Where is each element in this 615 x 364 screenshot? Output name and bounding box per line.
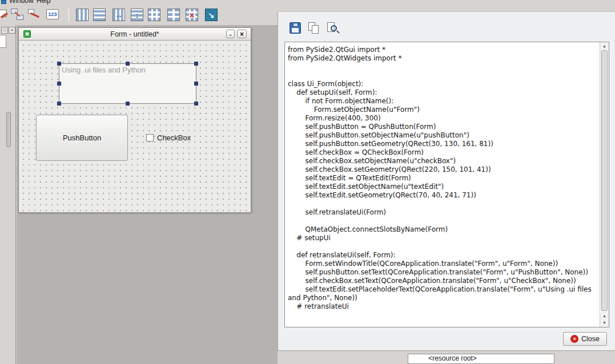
tab-order-label: 123: [46, 9, 59, 19]
adjust-size-icon[interactable]: ↘: [204, 7, 219, 22]
splitter-v-arrow: ↕: [131, 9, 143, 21]
pushbutton-widget[interactable]: PushButton: [36, 115, 128, 161]
magnifier-glyph: [331, 25, 337, 31]
scroll-up-icon[interactable]: ▲: [600, 43, 609, 50]
dock-close-icon[interactable]: ×: [9, 27, 15, 34]
selection-handle[interactable]: [194, 62, 198, 66]
grid-glyph: [148, 9, 160, 21]
scrollbar-thumb[interactable]: [601, 50, 608, 311]
qt-designer-screen: Window Help 123 ↔ ↕ × ↘ □ × Form - untit…: [0, 0, 615, 364]
minimize-button[interactable]: -: [226, 30, 235, 38]
resource-root-label: <resource root>: [428, 354, 477, 363]
dock-filter-field[interactable]: [0, 35, 6, 48]
break-layout-icon[interactable]: ×: [185, 7, 200, 22]
menu-bar: Window Help: [0, 0, 615, 5]
page-glyph: [312, 25, 319, 34]
main-toolbar: 123 ↔ ↕ × ↘: [0, 5, 278, 25]
textedit-placeholder: Using .ui files and Python: [62, 66, 146, 74]
close-button[interactable]: ×: [237, 30, 247, 38]
selection-handle[interactable]: [57, 62, 61, 66]
dock-float-icon[interactable]: □: [1, 27, 8, 34]
app-icon: [1, 0, 6, 4]
checkbox-indicator[interactable]: [146, 134, 154, 141]
checkbox-widget[interactable]: CheckBox: [144, 126, 202, 149]
dock-scrollbar-thumb[interactable]: [6, 112, 11, 147]
close-circle-icon: ×: [570, 335, 578, 343]
vbars-glyph: [93, 9, 106, 21]
hbars-glyph: [76, 9, 89, 21]
resource-root-row[interactable]: <resource root>: [408, 354, 554, 364]
save-icon[interactable]: [289, 22, 303, 35]
selection-handle[interactable]: [194, 82, 198, 86]
selection-handle[interactable]: [57, 102, 61, 106]
textedit-widget[interactable]: Using .ui files and Python: [59, 63, 196, 104]
selection-handle[interactable]: [194, 102, 198, 106]
layout-horizontal-splitter-icon[interactable]: ↔: [112, 7, 127, 22]
buddy-arrow-glyph: [30, 13, 39, 18]
copy-icon[interactable]: [308, 22, 321, 35]
menu-help[interactable]: Help: [37, 0, 51, 5]
form-window-title: Form - untitled*: [110, 30, 159, 38]
toolbar-separator: [69, 8, 69, 22]
selection-handle[interactable]: [57, 82, 61, 86]
adjust-arrow-glyph: ↘: [205, 9, 218, 21]
layout-form-icon[interactable]: [167, 7, 182, 22]
form-window-titlebar[interactable]: Form - untitled* - ×: [19, 28, 251, 41]
edit-buddies-icon[interactable]: [27, 7, 42, 22]
find-icon[interactable]: [326, 22, 340, 35]
close-button-label: Close: [581, 335, 600, 343]
scroll-up-icon[interactable]: ▲: [600, 313, 609, 319]
checkbox-label: CheckBox: [157, 134, 191, 142]
edit-signals-slots-icon[interactable]: [10, 7, 25, 22]
dialog-close-button[interactable]: × Close: [563, 332, 607, 346]
code-scrollbar[interactable]: ▲ ▲ ▼: [600, 42, 609, 327]
scroll-down-icon[interactable]: ▼: [600, 319, 609, 326]
left-dock-panel: □ ×: [0, 25, 16, 364]
form-file-icon: [23, 30, 31, 38]
break-x-glyph: ×: [186, 9, 198, 21]
layout-vertical-icon[interactable]: [93, 7, 107, 22]
edit-tab-order-icon[interactable]: 123: [46, 7, 61, 22]
form-canvas[interactable]: Using .ui files and Python PushButton Ch…: [19, 41, 251, 212]
layout-vertical-splitter-icon[interactable]: ↕: [130, 7, 145, 22]
form-window: Form - untitled* - × Using .ui files and…: [18, 27, 251, 213]
floppy-glyph: [290, 22, 301, 34]
menu-window[interactable]: Window: [9, 0, 34, 5]
code-text: from PySide2.QtGui import * from PySide2…: [285, 42, 599, 327]
code-view[interactable]: from PySide2.QtGui import * from PySide2…: [284, 42, 609, 327]
magnifier-handle-glyph: [336, 30, 340, 34]
mdi-workspace: Form - untitled* - × Using .ui files and…: [17, 25, 278, 364]
layout-grid-icon[interactable]: [147, 7, 162, 22]
splitter-h-arrow: ↔: [112, 9, 125, 21]
layout-horizontal-icon[interactable]: [75, 7, 90, 22]
edit-widgets-icon[interactable]: [0, 7, 10, 22]
code-preview-dialog: from PySide2.QtGui import * from PySide2…: [278, 11, 615, 351]
form-layout-glyph: [167, 9, 180, 21]
selection-handle[interactable]: [126, 62, 130, 66]
selection-handle[interactable]: [126, 102, 130, 106]
